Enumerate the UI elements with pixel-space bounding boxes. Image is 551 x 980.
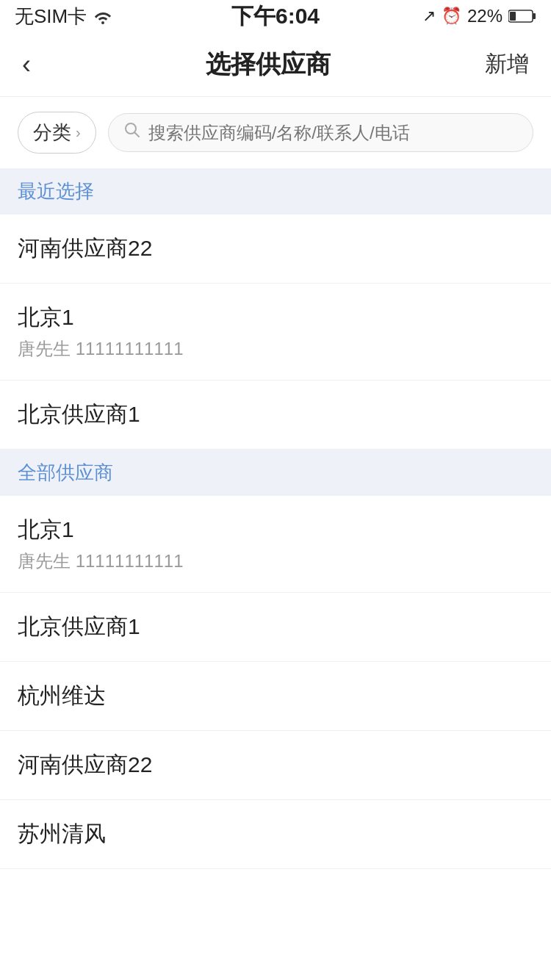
item-name: 河南供应商22 [18,234,533,264]
battery-label: 22% [467,6,503,26]
alarm-icon: ⏰ [442,7,461,26]
svg-line-4 [134,133,139,137]
list-item[interactable]: 苏州清风 [0,800,551,869]
battery-icon [508,9,536,24]
search-input[interactable] [148,123,518,143]
recent-section-label: 最近选择 [18,180,94,202]
item-name: 北京1 [18,303,533,333]
item-sub: 唐先生 11111111111 [18,337,533,361]
recent-section-header: 最近选择 [0,168,551,215]
all-section-label: 全部供应商 [18,461,113,483]
status-right: ↗ ⏰ 22% [422,6,536,26]
search-box[interactable] [108,113,533,152]
wifi-icon [93,8,113,24]
item-sub: 唐先生 11111111111 [18,550,533,573]
nav-title: 选择供应商 [206,48,331,82]
category-button[interactable]: 分类 › [18,112,96,154]
chevron-right-icon: › [76,124,81,141]
no-sim-label: 无SIM卡 [15,4,87,29]
nav-bar: ‹ 选择供应商 新增 [0,32,551,97]
item-name: 北京1 [18,515,533,545]
status-bar: 无SIM卡 下午6:04 ↗ ⏰ 22% [0,0,551,32]
category-label: 分类 [33,120,71,145]
item-name: 河南供应商22 [18,750,533,780]
list-item[interactable]: 河南供应商22 [0,215,551,284]
add-button[interactable]: 新增 [470,49,529,79]
list-item[interactable]: 北京1 唐先生 11111111111 [0,496,551,593]
list-item[interactable]: 北京供应商1 [0,381,551,450]
item-name: 苏州清风 [18,819,533,849]
back-button[interactable]: ‹ [22,49,66,80]
status-left: 无SIM卡 [15,4,113,29]
filter-row: 分类 › [0,97,551,168]
item-name: 杭州维达 [18,681,533,711]
recent-list: 河南供应商22 北京1 唐先生 11111111111北京供应商1 [0,215,551,450]
item-name: 北京供应商1 [18,612,533,642]
list-item[interactable]: 河南供应商22 [0,731,551,800]
svg-rect-1 [533,13,536,19]
all-list: 北京1 唐先生 11111111111北京供应商1 杭州维达 河南供应商22 苏… [0,496,551,869]
search-icon [123,121,141,144]
list-item[interactable]: 北京1 唐先生 11111111111 [0,284,551,381]
list-item[interactable]: 北京供应商1 [0,593,551,662]
location-icon: ↗ [422,7,436,26]
item-name: 北京供应商1 [18,400,533,430]
list-item[interactable]: 杭州维达 [0,662,551,731]
all-section-header: 全部供应商 [0,450,551,496]
svg-rect-2 [510,12,516,21]
status-time: 下午6:04 [231,1,320,32]
